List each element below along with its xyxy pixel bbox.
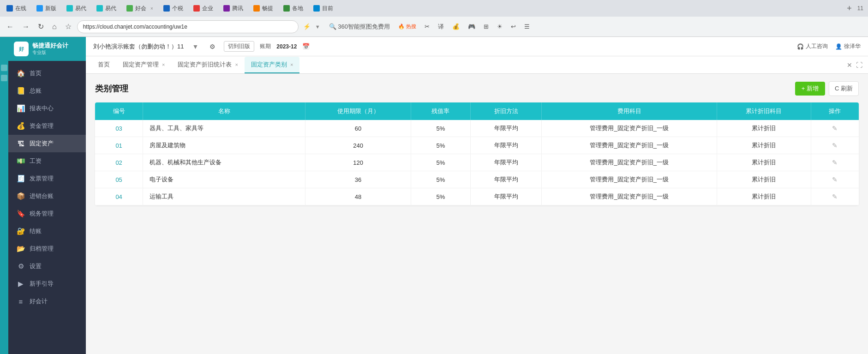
bookmark-button[interactable]: ☆ (62, 21, 74, 32)
sidebar-item-reports[interactable]: 📊报表中心 (8, 100, 86, 117)
new-tab-button[interactable]: + (845, 4, 854, 13)
cut-btn[interactable]: ✂ (422, 22, 432, 31)
sidebar-item-archive[interactable]: 📂归档管理 (8, 240, 86, 258)
edge-icon-1 (1, 65, 7, 71)
sidebar-item-more[interactable]: ≡好会计 (8, 293, 86, 310)
cell-name-2: 机器、机械和其他生产设备 (143, 154, 305, 171)
address-input[interactable] (77, 20, 299, 33)
browser-tab-t1[interactable]: 在线 (2, 1, 31, 15)
sidebar-label-purchase_sale: 进销台账 (30, 192, 54, 200)
edit-btn-1[interactable]: ✎ (832, 142, 838, 149)
page-title: 类别管理 (95, 83, 128, 94)
page-tab-fixed_assets_category[interactable]: 固定资产类别× (245, 57, 299, 73)
sidebar-item-settings[interactable]: ⚙设置 (8, 258, 86, 275)
tab-label-t6: 个税 (172, 5, 183, 12)
sidebar-icon-purchase_sale: 📦 (17, 192, 25, 200)
sidebar-label-checkout: 结账 (30, 227, 42, 235)
browser-tab-t11[interactable]: 目前 (309, 1, 338, 15)
cell-expense-4: 管理费用_固定资产折旧_一级 (542, 188, 717, 205)
account-dropdown-btn[interactable]: ▼ (189, 42, 201, 51)
coin-btn[interactable]: 💰 (450, 22, 462, 31)
page-tab-close-fixed_assets_mgmt[interactable]: × (162, 62, 165, 67)
translate-btn[interactable]: 译 (436, 22, 446, 32)
tab-favicon-t1 (6, 5, 13, 12)
edit-btn-4[interactable]: ✎ (832, 193, 838, 200)
refresh-btn[interactable]: C 刷新 (829, 81, 859, 96)
browser-tab-t8[interactable]: 腾讯 (219, 1, 248, 15)
sidebar-item-salary[interactable]: 💵工资 (8, 152, 86, 170)
add-category-btn[interactable]: + 新增 (795, 82, 825, 96)
tab-favicon-t9 (253, 5, 260, 12)
sidebar-item-checkout[interactable]: 🔐结账 (8, 222, 86, 240)
page-tab-home[interactable]: 首页 (91, 57, 116, 73)
tab-favicon-t6 (163, 5, 170, 12)
user-btn[interactable]: 👤 徐泽华 (835, 42, 861, 50)
edit-btn-3[interactable]: ✎ (832, 176, 838, 183)
browser-tab-t10[interactable]: 各地 (279, 1, 308, 15)
page-tab-label-fixed_assets_mgmt: 固定资产管理 (123, 60, 159, 69)
browser-tab-t6[interactable]: 个税 (159, 1, 188, 15)
cell-expense-3: 管理费用_固定资产折旧_一级 (542, 171, 717, 188)
tab-label-t11: 目前 (322, 5, 333, 12)
browser-tab-t5[interactable]: 好会× (122, 1, 158, 15)
sidebar-label-ledger: 总账 (30, 87, 42, 95)
page-tab-depreciation_table[interactable]: 固定资产折旧统计表× (171, 57, 244, 73)
hot-btn[interactable]: 🔥 热搜 (396, 22, 419, 31)
tab-close-t5[interactable]: × (150, 6, 153, 11)
sidebar-item-tax[interactable]: 🔖税务管理 (8, 205, 86, 222)
browser-tab-t4[interactable]: 易代 (92, 1, 121, 15)
maximize-page-btn[interactable]: ⛶ (856, 61, 862, 69)
edit-btn-0[interactable]: ✎ (832, 125, 838, 132)
sidebar-item-ledger[interactable]: 📒总账 (8, 82, 86, 100)
home-button[interactable]: ⌂ (49, 22, 60, 32)
top-bar-right: 🎧 人工咨询 👤 徐泽华 (797, 42, 861, 50)
tab-bar: 在线新版易代易代好会×个税企业腾讯畅提各地目前 + 11 (0, 0, 868, 17)
main-content: 刘小艳演示账套（勿删勿动！）11 ▼ ⚙ 切到旧版 账期 2023-12 📅 🎧… (86, 37, 868, 354)
sidebar-icon-invoice: 🧾 (17, 174, 25, 183)
switch-version-btn[interactable]: 切到旧版 (224, 41, 254, 52)
sidebar-item-purchase_sale[interactable]: 📦进销台账 (8, 187, 86, 205)
account-settings-btn[interactable]: ⚙ (207, 42, 218, 51)
cell-method-1: 年限平均 (471, 137, 542, 154)
sidebar-icon-archive: 📂 (17, 245, 25, 253)
table-row: 05电子设备365%年限平均管理费用_固定资产折旧_一级累计折旧✎ (95, 171, 859, 188)
sidebar-label-guide: 新手引导 (30, 280, 54, 288)
browser-tab-t2[interactable]: 新版 (32, 1, 61, 15)
sidebar-item-fixed_assets[interactable]: 🏗固定资产 (8, 135, 86, 152)
brightness-btn[interactable]: ☀ (495, 22, 505, 31)
col-header-1: 名称 (143, 102, 305, 120)
game-btn[interactable]: 🎮 (466, 22, 478, 31)
browser-tab-t9[interactable]: 畅提 (249, 1, 278, 15)
sidebar-label-salary: 工资 (30, 157, 42, 165)
browser-tab-t3[interactable]: 易代 (62, 1, 91, 15)
undo-btn[interactable]: ↩ (509, 22, 518, 31)
page-tab-close-fixed_assets_category[interactable]: × (290, 62, 293, 67)
cell-op-4: ✎ (811, 188, 859, 205)
sidebar-label-funds: 资金管理 (30, 122, 54, 130)
sidebar-item-funds[interactable]: 💰资金管理 (8, 117, 86, 135)
reload-button[interactable]: ↻ (35, 21, 47, 32)
cell-months-2: 120 (305, 154, 411, 171)
tab-label-t5: 好会 (135, 5, 146, 12)
page-tab-fixed_assets_mgmt[interactable]: 固定资产管理× (116, 57, 171, 73)
sidebar-label-more: 好会计 (30, 297, 48, 306)
edit-btn-2[interactable]: ✎ (832, 159, 838, 166)
grid-btn[interactable]: ⊞ (481, 22, 491, 31)
back-button[interactable]: ← (4, 22, 17, 32)
menu-btn[interactable]: ☰ (522, 22, 532, 31)
sidebar-item-invoice[interactable]: 🧾发票管理 (8, 170, 86, 187)
calendar-icon[interactable]: 📅 (302, 43, 310, 50)
forward-button[interactable]: → (19, 22, 32, 32)
sidebar-app-name: 畅捷通好会计 (32, 42, 68, 50)
close-page-btn[interactable]: ✕ (847, 61, 852, 69)
page-tab-close-depreciation_table[interactable]: × (235, 62, 238, 67)
cell-name-4: 运输工具 (143, 188, 305, 205)
consult-btn[interactable]: 🎧 人工咨询 (797, 42, 828, 50)
cell-expense-1: 管理费用_固定资产折旧_一级 (542, 137, 717, 154)
cell-expense-0: 管理费用_固定资产折旧_一级 (542, 120, 717, 137)
cell-residual-0: 5% (411, 120, 470, 137)
browser-tab-t7[interactable]: 企业 (189, 1, 218, 15)
sidebar-item-home[interactable]: 🏠首页 (8, 65, 86, 82)
sidebar-item-guide[interactable]: ▶新手引导 (8, 275, 86, 293)
search-btn[interactable]: 🔍 360智能抠图免费用 (327, 22, 392, 32)
